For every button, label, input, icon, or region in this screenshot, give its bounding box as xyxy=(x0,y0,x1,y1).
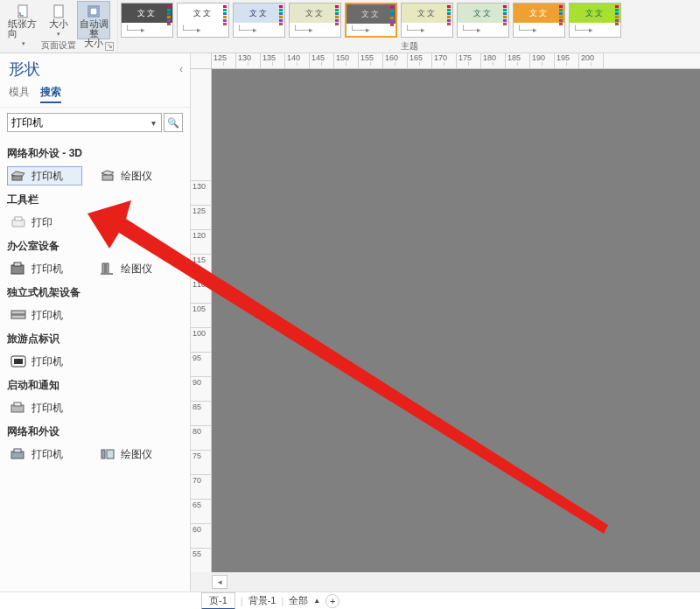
theme-thumb-1[interactable]: 文文└──▸ xyxy=(177,3,229,38)
svg-rect-4 xyxy=(12,176,22,180)
shape-item[interactable]: 绘图仪 xyxy=(96,166,172,186)
theme-thumb-4[interactable]: 文文└──▸ xyxy=(345,3,397,38)
add-page-button[interactable]: + xyxy=(326,594,340,608)
shape-item-label: 打印 xyxy=(32,215,52,230)
status-bar: 页-1 | 背景-1 | 全部 ▲ + xyxy=(0,592,700,609)
theme-thumb-5[interactable]: 文文└──▸ xyxy=(401,3,453,38)
search-input[interactable] xyxy=(11,116,150,129)
shape-item[interactable]: 绘图仪 xyxy=(96,444,172,464)
svg-rect-20 xyxy=(14,449,21,452)
size-icon xyxy=(50,4,67,19)
shape-item[interactable]: 绘图仪 xyxy=(96,259,172,278)
all-caret[interactable]: ▲ xyxy=(313,597,320,605)
all-label[interactable]: 全部 xyxy=(289,594,308,607)
svg-rect-5 xyxy=(102,175,113,180)
shape-item-label: 打印机 xyxy=(32,262,63,276)
page-setup-label: 页面设置 xyxy=(41,39,76,52)
scroll-horizontal[interactable]: ◂ xyxy=(212,572,700,592)
svg-rect-10 xyxy=(102,263,105,274)
theme-thumb-3[interactable]: 文文└──▸ xyxy=(289,3,341,38)
orientation-button[interactable]: 纸张方向 ▾ xyxy=(7,1,40,39)
shape-item[interactable]: 打印机 xyxy=(7,352,82,371)
svg-rect-12 xyxy=(101,273,113,275)
plotter-3d-icon xyxy=(98,168,117,184)
svg-rect-9 xyxy=(14,262,21,266)
shape-item[interactable]: 打印机 xyxy=(7,166,82,186)
drawing-canvas[interactable] xyxy=(212,69,700,572)
shape-item-label: 打印机 xyxy=(32,169,63,184)
theme-thumb-6[interactable]: 文文└──▸ xyxy=(457,3,509,38)
office-plotter-icon xyxy=(98,261,117,276)
ribbon: 纸张方向 ▾ 大小 ▾ 自动调整 大小 页面设置 ↘ 文文└──▸文文└──▸文… xyxy=(0,0,700,53)
shape-item-label: 绘图仪 xyxy=(121,262,152,276)
svg-rect-18 xyxy=(14,402,21,406)
svg-rect-22 xyxy=(107,450,114,458)
svg-rect-21 xyxy=(102,450,105,458)
svg-rect-14 xyxy=(11,315,25,318)
themes-label: 主题 xyxy=(118,40,700,52)
theme-thumb-7[interactable]: 文文└──▸ xyxy=(513,3,565,38)
category-title: 办公室设备 xyxy=(7,239,183,254)
size-button[interactable]: 大小 ▾ xyxy=(42,1,75,39)
shape-item[interactable]: 打印机 xyxy=(7,305,82,325)
search-input-wrapper: ▾ xyxy=(7,113,162,132)
orientation-icon xyxy=(15,4,32,19)
theme-thumb-2[interactable]: 文文└──▸ xyxy=(233,3,285,38)
rack-printer-icon xyxy=(9,307,28,323)
svg-rect-16 xyxy=(14,359,23,364)
search-results: 网络和外设 - 3D打印机绘图仪工具栏打印办公室设备打印机绘图仪独立式机架设备打… xyxy=(0,146,190,471)
shape-item-label: 绘图仪 xyxy=(121,447,152,462)
orientation-label: 纸张方向 xyxy=(8,19,39,38)
shape-item-label: 打印机 xyxy=(32,401,63,416)
search-button[interactable]: 🔍 xyxy=(164,113,183,132)
svg-rect-3 xyxy=(90,8,97,15)
shape-item-label: 打印机 xyxy=(32,308,63,323)
shape-item[interactable]: 打印机 xyxy=(7,259,82,278)
net-plotter-icon xyxy=(98,446,117,462)
search-icon: 🔍 xyxy=(167,117,179,129)
svg-rect-1 xyxy=(54,5,63,18)
ruler-horizontal: 1251301351401451501551601651701751801851… xyxy=(212,53,700,69)
theme-thumb-0[interactable]: 文文└──▸ xyxy=(121,3,173,38)
size-label: 大小 xyxy=(49,19,68,29)
svg-rect-7 xyxy=(15,217,22,220)
tab-search[interactable]: 搜索 xyxy=(40,85,61,103)
page-tab-1[interactable]: 页-1 xyxy=(201,592,235,610)
autofit-icon xyxy=(85,4,102,19)
shape-item[interactable]: 打印 xyxy=(7,213,82,232)
shape-item-label: 绘图仪 xyxy=(121,169,152,184)
shape-item[interactable]: 打印机 xyxy=(7,398,82,417)
search-dropdown[interactable]: ▾ xyxy=(150,118,158,128)
category-title: 旅游点标识 xyxy=(7,332,183,346)
printer-3d-icon xyxy=(9,168,28,184)
page-setup-group: 纸张方向 ▾ 大小 ▾ 自动调整 大小 页面设置 ↘ xyxy=(0,0,118,52)
net-printer-icon xyxy=(9,446,28,462)
page-setup-launcher[interactable]: ↘ xyxy=(105,42,114,51)
category-title: 工具栏 xyxy=(7,192,183,207)
canvas-area: 1251301351401451501551601651701751801851… xyxy=(191,53,700,592)
autofit-button[interactable]: 自动调整 大小 xyxy=(77,1,110,39)
theme-thumb-8[interactable]: 文文└──▸ xyxy=(569,3,621,38)
ruler-vertical: 556065707580859095100105110115120125130 xyxy=(191,69,212,572)
shape-item-label: 打印机 xyxy=(32,447,63,462)
scroll-left-button[interactable]: ◂ xyxy=(212,575,228,589)
main-area: 形状 ‹ 模具 搜索 ▾ 🔍 网络和外设 - 3D打印机绘图仪工具栏打印办公室设… xyxy=(0,53,700,592)
category-title: 启动和通知 xyxy=(7,378,183,393)
background-label[interactable]: 背景-1 xyxy=(248,594,276,607)
shapes-panel: 形状 ‹ 模具 搜索 ▾ 🔍 网络和外设 - 3D打印机绘图仪工具栏打印办公室设… xyxy=(0,53,191,592)
tab-stencils[interactable]: 模具 xyxy=(9,85,30,103)
category-title: 独立式机架设备 xyxy=(7,285,183,300)
category-title: 网络和外设 - 3D xyxy=(7,146,183,161)
category-title: 网络和外设 xyxy=(7,424,183,439)
notify-printer-icon xyxy=(9,400,28,416)
shapes-title: 形状 xyxy=(9,59,40,80)
poi-printer-icon xyxy=(9,354,28,369)
collapse-panel-button[interactable]: ‹ xyxy=(179,63,183,75)
svg-rect-13 xyxy=(11,311,25,314)
ruler-corner xyxy=(191,53,212,69)
print-flat-icon xyxy=(9,214,28,230)
shape-item-label: 打印机 xyxy=(32,354,63,369)
svg-rect-11 xyxy=(106,263,108,274)
shape-item[interactable]: 打印机 xyxy=(7,444,82,464)
office-printer-icon xyxy=(9,261,28,276)
